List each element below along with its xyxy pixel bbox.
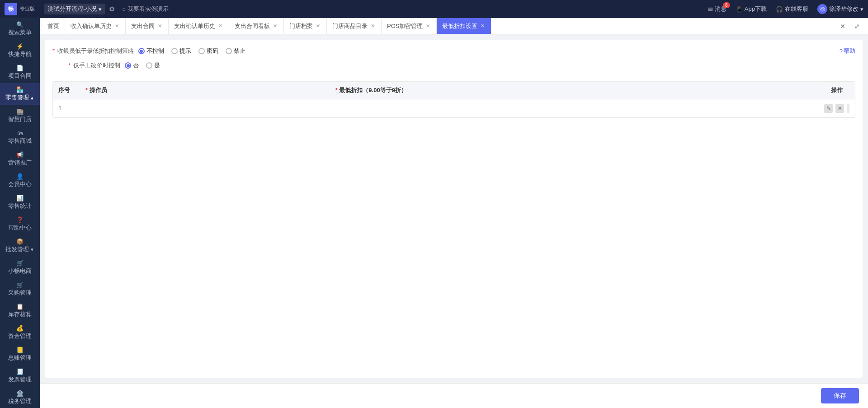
radio-ban-label: 禁止 [234,47,245,55]
sidebar-label-ecommerce: 小畅电商 [8,267,32,275]
bottom-bar: 保存 [40,383,868,408]
td-operator-1 [80,105,330,112]
th-discount: * 最低折扣（9.00等于9折） [330,82,819,99]
tab-min-discount[interactable]: 最低折扣设置 ✕ [437,18,491,34]
sidebar-item-invoice[interactable]: 🧾 发票管理 [0,365,40,387]
sidebar-item-ecommerce[interactable]: 🛒 小畅电商 [0,257,40,278]
sidebar-item-purchase[interactable]: 🛒 采购管理 [0,278,40,300]
sidebar-label-shortcut: 快捷导航 [8,51,32,58]
radio-no-control-input[interactable] [138,48,145,54]
tab-expand-button[interactable]: ⤢ [852,21,863,32]
app-download-button[interactable]: 📱 App下载 [736,5,767,13]
table-scrollbar[interactable] [847,104,849,113]
download-icon: 📱 [736,6,743,13]
sidebar-item-ledger[interactable]: 📒 总账管理 [0,343,40,365]
page-content: * 收银员低于最低折扣控制策略 不控制 提示 [40,34,868,383]
sidebar-label-wholesale: 批发管理 [5,246,29,253]
avatar: 徐 [817,4,827,14]
shortcut-icon: ⚡ [16,43,24,51]
marketing-icon: 📢 [16,151,24,159]
radio-yes-input[interactable] [146,62,152,69]
help-button[interactable]: ? 帮助 [840,47,855,55]
edit-button[interactable]: ✎ [824,104,833,113]
mall-icon: 🛍 [17,130,23,137]
radio-no-input[interactable] [125,62,131,69]
sidebar-item-help[interactable]: ❓ 帮助中心 [0,213,40,235]
radio-ban-input[interactable] [226,48,232,54]
sidebar-item-capital[interactable]: 💰 资金管理 [0,322,40,343]
discount-table: 序号 * 操作员 * 最低折扣（9.00等于9折） 操作 1 [52,81,855,118]
tab-payment-board-close[interactable]: ✕ [272,23,278,29]
tab-payment-confirm-close[interactable]: ✕ [217,23,223,29]
sidebar-item-retail-manage[interactable]: 🏪 零售管理 ▲ [0,83,40,105]
tab-bar: 首页 收入确认单历史 ✕ 支出合同 ✕ 支出确认单历史 ✕ 支出合同看板 ✕ 门… [40,18,868,34]
sidebar-item-retail-mall[interactable]: 🛍 零售商城 [0,127,40,148]
sidebar-item-retail-stats[interactable]: 📊 零售统计 [0,192,40,213]
tab-payment-contract-close[interactable]: ✕ [156,23,163,29]
th-seq: 序号 [53,82,80,99]
tab-payment-confirm[interactable]: 支出确认单历史 ✕ [169,18,229,34]
tab-store-goods[interactable]: 门店商品目录 ✕ [327,18,382,34]
radio-no-control[interactable]: 不控制 [138,47,164,55]
sidebar-item-wholesale[interactable]: 📦 批发管理 ▼ [0,235,40,257]
help-icon: ❓ [16,216,24,224]
tab-min-discount-close[interactable]: ✕ [479,23,486,29]
tax-icon: 🏦 [16,390,24,398]
tab-store-file-close[interactable]: ✕ [315,23,321,29]
invoice-icon: 🧾 [16,368,24,376]
tab-income-confirm[interactable]: 收入确认单历史 ✕ [65,18,126,34]
sidebar-item-marketing[interactable]: 📢 营销推广 [0,148,40,170]
search-icon: 🔍 [16,21,24,29]
project-selector[interactable]: 测试分开流程-小况 ▾ [44,4,105,14]
sidebar-item-project-contract[interactable]: 📄 项目合同 [0,61,40,83]
radio-password-input[interactable] [198,48,205,54]
radio-password[interactable]: 密码 [198,47,218,55]
chevron-down-icon: ▾ [860,6,863,13]
radio-no[interactable]: 否 [125,61,139,70]
customer-service-button[interactable]: 🎧 在线客服 [776,5,808,13]
user-menu[interactable]: 徐 徐泽华修改 ▾ [817,4,863,14]
tab-payment-contract[interactable]: 支出合同 ✕ [126,18,169,34]
radio-ban[interactable]: 禁止 [226,47,245,55]
sidebar-label-marketing: 营销推广 [8,159,32,167]
inventory-icon: 📋 [16,303,24,311]
sidebar-label-member: 会员中心 [8,181,32,188]
tab-payment-board[interactable]: 支出合同看板 ✕ [229,18,284,34]
sidebar: 🔍 搜索菜单 ⚡ 快捷导航 📄 项目合同 🏪 零售管理 ▲ 🏬 智慧门店 🛍 零… [0,18,40,408]
settings-icon[interactable]: ⚙ [109,5,115,13]
sidebar-label-smart-store: 智慧门店 [8,116,32,123]
sidebar-label-search: 搜索菜单 [8,29,32,37]
tab-pos-manage[interactable]: POS加密管理 ✕ [382,18,437,34]
sidebar-item-inventory[interactable]: 📋 库存核算 [0,300,40,322]
tab-income-confirm-close[interactable]: ✕ [113,23,120,29]
capital-icon: 💰 [16,325,24,333]
save-button[interactable]: 保存 [821,388,859,403]
sidebar-item-member[interactable]: 👤 会员中心 [0,170,40,192]
delete-button[interactable]: ✕ [835,104,844,113]
tab-pos-manage-close[interactable]: ✕ [425,23,431,29]
radio-prompt-input[interactable] [171,48,178,54]
tab-store-file[interactable]: 门店档案 ✕ [284,18,327,34]
tab-close-all-button[interactable]: ✕ [837,21,848,32]
sidebar-item-tax[interactable]: 🏦 税务管理 [0,387,40,408]
discount-strategy-options: 不控制 提示 密码 [138,47,245,55]
tab-pos-manage-label: POS加密管理 [387,22,423,30]
radio-yes[interactable]: 是 [146,61,160,70]
messages-badge: 8 [723,2,730,8]
sidebar-label-tax: 税务管理 [8,398,32,405]
sidebar-item-shortcut[interactable]: ⚡ 快捷导航 [0,40,40,61]
wholesale-icon: 📦 [16,238,24,246]
logo-text: 专业版 [20,6,35,12]
service-icon: 🎧 [776,6,783,13]
demo-link[interactable]: ○ 我要看实例演示 [122,5,169,13]
tab-home[interactable]: 首页 [42,18,65,34]
contract-icon: 📄 [16,65,24,72]
tab-store-goods-close[interactable]: ✕ [369,23,376,29]
sidebar-item-search[interactable]: 🔍 搜索菜单 [0,18,40,40]
main-layout: 🔍 搜索菜单 ⚡ 快捷导航 📄 项目合同 🏪 零售管理 ▲ 🏬 智慧门店 🛍 零… [0,18,868,408]
radio-prompt[interactable]: 提示 [171,47,191,55]
messages-button[interactable]: ✉ 消息 8 [708,5,726,13]
tab-payment-confirm-label: 支出确认单历史 [174,22,215,30]
tab-payment-board-label: 支出合同看板 [235,22,270,30]
sidebar-item-smart-store[interactable]: 🏬 智慧门店 [0,105,40,127]
